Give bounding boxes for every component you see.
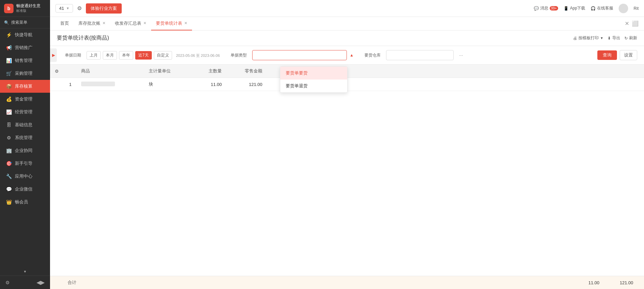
cell-row-num: 1 <box>64 78 77 91</box>
print-icon: 🖨 <box>573 36 577 41</box>
sidebar-item-marketing[interactable]: 📢 营销推广 <box>0 41 50 54</box>
appstore-icon: 🔧 <box>5 174 12 179</box>
sidebar-item-basic[interactable]: 🗄 基础信息 <box>0 118 50 131</box>
sidebar-item-wechat[interactable]: 💬 企业微信 <box>0 183 50 196</box>
sidebar-item-system[interactable]: ⚙ 系统管理 <box>0 131 50 144</box>
cell-settings <box>50 78 64 91</box>
filter-expand-btn[interactable]: ▶ <box>50 48 57 62</box>
page-title: 要货单统计表(按商品) <box>57 35 109 42</box>
setting-btn[interactable]: 设置 <box>620 50 637 60</box>
user-avatar[interactable] <box>619 4 628 13</box>
basic-icon: 🗄 <box>5 122 12 128</box>
app-download-btn[interactable]: 📱 App下载 <box>564 5 585 11</box>
purchase-icon: 🛒 <box>5 71 12 76</box>
tabs-actions: ✕ ⬜ <box>625 20 639 27</box>
quick-nav-icon: ⚡ <box>5 32 12 38</box>
enterprise-icon: 🏢 <box>5 148 12 153</box>
dropdown-arrow-icon: ▼ <box>66 6 69 10</box>
sidebar-scroll-down[interactable]: ▼ <box>0 267 50 275</box>
filter-row: 单据日期 上月 本月 本年 近7天 自定义 2023-05-06 至 2023-… <box>65 50 637 60</box>
export-btn[interactable]: ⬇ 导出 <box>607 35 620 41</box>
sidebar-item-guide[interactable]: 🎯 新手引导 <box>0 157 50 170</box>
tab-receive-summary[interactable]: 收发存汇总表 ✕ <box>110 17 151 30</box>
tab-close-order-stats[interactable]: ✕ <box>184 21 187 25</box>
main-content: 41 ▼ ⚙ 体验行业方案 💬 消息 99+ 📱 App下载 🎧 在线客服 Ri… <box>50 0 644 289</box>
filter-more-icon[interactable]: ··· <box>459 52 463 58</box>
page-header: 要货单统计表(按商品) 🖨 按模板打印 ▼ ⬇ 导出 ↻ 刷新 <box>50 30 644 46</box>
vip-icon: 👑 <box>5 199 12 205</box>
tab-batch-account[interactable]: 库存批次账 ✕ <box>74 17 110 30</box>
cell-quantity: 11.00 <box>185 78 226 91</box>
tab-order-stats[interactable]: 要货单统计表 ✕ <box>151 17 192 30</box>
print-dropdown-icon: ▼ <box>600 36 603 40</box>
filter-type-group: ▲ <box>252 50 354 60</box>
tab-close-all-btn[interactable]: ✕ <box>625 20 629 27</box>
table-footer: 合计 11.00 121.00 <box>50 276 644 289</box>
export-icon: ⬇ <box>607 36 611 41</box>
notification-icon: 💬 <box>534 6 539 11</box>
filter-type-arrow-icon[interactable]: ▲ <box>350 53 354 58</box>
topbar-left: 41 ▼ ⚙ 体验行业方案 <box>55 3 534 14</box>
sidebar-item-appstore[interactable]: 🔧 应用中心 <box>0 170 50 183</box>
collapse-sidebar-btn[interactable]: ◀▶ <box>37 279 45 286</box>
content-area: 要货单统计表(按商品) 🖨 按模板打印 ▼ ⬇ 导出 ↻ 刷新 ▶ <box>50 30 644 289</box>
search-icon: 🔍 <box>4 20 9 25</box>
query-btn[interactable]: 查询 <box>597 50 617 60</box>
settings-bottom-icon[interactable]: ⚙ <box>5 280 10 285</box>
col-settings[interactable]: ⚙ <box>50 65 64 78</box>
filter-prev-month-btn[interactable]: 上月 <box>87 51 101 60</box>
footer-quantity: 11.00 <box>572 280 606 285</box>
sidebar-logo-text: 畅捷通好生意 标准版 <box>16 3 41 14</box>
promote-btn[interactable]: 体验行业方案 <box>86 3 122 14</box>
sidebar-item-purchase[interactable]: 🛒 采购管理 <box>0 67 50 80</box>
username-label[interactable]: Rit <box>634 6 639 11</box>
footer-amount: 121.00 <box>606 280 640 285</box>
sidebar-logo: b 畅捷通好生意 标准版 <box>0 0 50 17</box>
tab-expand-btn[interactable]: ⬜ <box>632 20 639 27</box>
sidebar-bottom: ⚙ ◀▶ <box>0 275 50 289</box>
col-row-num <box>64 65 77 78</box>
tab-close-receive-summary[interactable]: ✕ <box>143 21 146 25</box>
col-unit: 主计量单位 <box>145 65 185 78</box>
operations-icon: 📈 <box>5 109 12 115</box>
sidebar-item-quick-nav[interactable]: ⚡ 快捷导航 <box>0 28 50 41</box>
notification-badge: 99+ <box>550 6 558 10</box>
sidebar-item-vip[interactable]: 👑 畅会员 <box>0 196 50 208</box>
col-quantity: 主数量 <box>185 65 226 78</box>
filter-date-group: 上月 本月 本年 近7天 自定义 <box>87 51 172 60</box>
type-label: 单据类型 <box>231 52 247 58</box>
inventory-icon: 📦 <box>5 84 12 89</box>
date-label: 单据日期 <box>65 52 81 58</box>
dropdown-item-order-goods[interactable]: 要货单要货 <box>280 67 347 80</box>
sidebar-item-enterprise[interactable]: 🏢 企业协同 <box>0 144 50 157</box>
filter-last-7-days-btn[interactable]: 近7天 <box>135 51 152 60</box>
sidebar-item-inventory[interactable]: 📦 库存核算 <box>0 80 50 93</box>
footer-label: 合计 <box>54 280 135 286</box>
notification-btn[interactable]: 💬 消息 99+ <box>534 5 558 11</box>
topbar-right: 💬 消息 99+ 📱 App下载 🎧 在线客服 Rit <box>534 4 639 13</box>
company-dropdown[interactable]: 41 ▼ <box>55 4 73 13</box>
sidebar: b 畅捷通好生意 标准版 🔍 搜索菜单 ⚡ 快捷导航 📢 营销推广 📊 销售管理… <box>0 0 50 289</box>
refresh-btn[interactable]: ↻ 刷新 <box>624 35 637 41</box>
guide-icon: 🎯 <box>5 161 12 166</box>
filter-type-input[interactable] <box>252 50 347 60</box>
filter-warehouse-input[interactable] <box>386 50 454 60</box>
filter-current-month-btn[interactable]: 本月 <box>103 51 117 60</box>
product-placeholder <box>81 82 115 86</box>
dropdown-item-order-return[interactable]: 要货单退货 <box>280 80 347 92</box>
print-template-btn[interactable]: 🖨 按模板打印 ▼ <box>573 35 603 41</box>
filter-current-year-btn[interactable]: 本年 <box>119 51 133 60</box>
sidebar-item-finance[interactable]: 💰 资金管理 <box>0 93 50 106</box>
sidebar-item-operations[interactable]: 📈 经营管理 <box>0 106 50 118</box>
sales-icon: 📊 <box>5 58 12 63</box>
filter-custom-btn[interactable]: 自定义 <box>154 51 172 60</box>
tabs-bar: 首页 库存批次账 ✕ 收发存汇总表 ✕ 要货单统计表 ✕ ✕ ⬜ <box>50 17 644 30</box>
sidebar-item-sales[interactable]: 📊 销售管理 <box>0 54 50 67</box>
tab-close-batch-account[interactable]: ✕ <box>102 21 105 25</box>
tab-home[interactable]: 首页 <box>55 17 74 30</box>
online-support-btn[interactable]: 🎧 在线客服 <box>591 5 613 11</box>
cell-product <box>77 78 145 91</box>
sidebar-search[interactable]: 🔍 搜索菜单 <box>0 17 50 28</box>
col-product: 商品 <box>77 65 145 78</box>
topbar-gear-icon[interactable]: ⚙ <box>77 5 82 12</box>
